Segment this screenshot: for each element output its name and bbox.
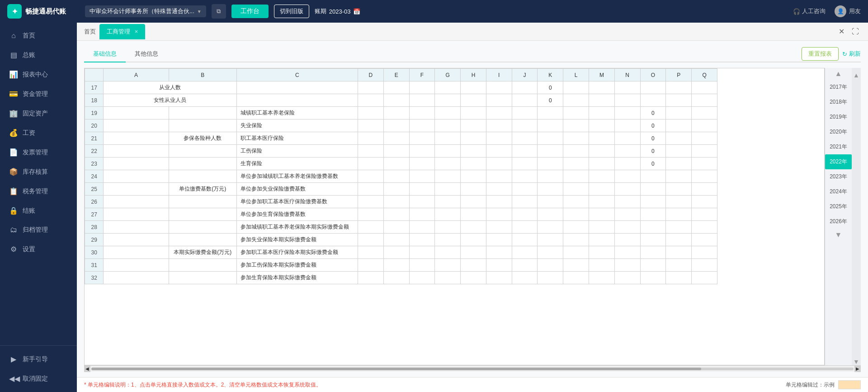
year-item-2023[interactable]: 2023年 (825, 169, 852, 184)
tab-home[interactable]: 首页 (84, 28, 96, 36)
support-button[interactable]: 🎧 人工咨询 (793, 7, 826, 15)
col-header-h[interactable]: H (461, 69, 486, 81)
cell-o19[interactable]: 0 (640, 107, 666, 120)
sidebar-item-report[interactable]: 📊 报表中心 (0, 65, 77, 84)
sidebar-item-archive[interactable]: 🗂 归档管理 (0, 220, 77, 239)
sidebar-item-salary[interactable]: 💰 工资 (0, 123, 77, 143)
year-item-2019[interactable]: 2019年 (825, 110, 852, 124)
cell-d19[interactable] (358, 107, 383, 120)
cell-n17[interactable] (614, 81, 640, 94)
col-header-l[interactable]: L (563, 69, 589, 81)
sidebar-item-close[interactable]: 🔒 结账 (0, 201, 77, 220)
tab-close-window-button[interactable]: ✕ (837, 26, 846, 37)
year-panel-up[interactable]: ▲ (825, 68, 852, 80)
cell-o22[interactable]: 0 (640, 145, 666, 158)
sidebar-item-settings[interactable]: ⚙ 设置 (0, 239, 77, 259)
cell-f19[interactable] (409, 107, 435, 120)
cell-m19[interactable] (589, 107, 615, 120)
cell-j17[interactable] (512, 81, 538, 94)
cell-d17[interactable] (358, 81, 383, 94)
cell-b25[interactable]: 单位缴费基数(万元) (169, 183, 236, 196)
sidebar-item-guide[interactable]: ▶ 新手引导 (0, 349, 77, 369)
cell-d18[interactable] (358, 94, 383, 107)
cell-c19[interactable]: 城镇职工基本养老保险 (236, 107, 358, 120)
copy-company-button[interactable]: ⧉ (212, 4, 226, 19)
cell-c22[interactable]: 工伤保险 (236, 145, 358, 158)
sidebar-item-ledger[interactable]: ▤ 总账 (0, 45, 77, 65)
collapse-arrow-down[interactable]: ▼ (853, 358, 859, 365)
cell-q18[interactable] (692, 94, 717, 107)
cell-k19[interactable] (538, 107, 563, 120)
spreadsheet-table-wrapper[interactable]: A B C D E F G H I J K L (84, 68, 825, 365)
sub-tab-basic[interactable]: 基础信息 (84, 46, 126, 62)
cell-h19[interactable] (461, 107, 486, 120)
old-version-button[interactable]: 切到旧版 (274, 5, 309, 18)
cell-l18[interactable] (563, 94, 589, 107)
cell-c20[interactable]: 失业保险 (236, 120, 358, 132)
hscroll-left-btn[interactable]: ◀ (84, 366, 90, 372)
cell-o18[interactable] (640, 94, 666, 107)
year-item-2021[interactable]: 2021年 (825, 139, 852, 154)
cell-b21[interactable]: 参保各险种人数 (169, 132, 236, 145)
year-item-2017[interactable]: 2017年 (825, 80, 852, 95)
cell-e18[interactable] (383, 94, 409, 107)
col-header-p[interactable]: P (666, 69, 692, 81)
col-header-n[interactable]: N (614, 69, 640, 81)
cell-f18[interactable] (409, 94, 435, 107)
cell-c21[interactable]: 职工基本医疗保险 (236, 132, 358, 145)
cell-h18[interactable] (461, 94, 486, 107)
cell-n18[interactable] (614, 94, 640, 107)
refresh-button[interactable]: ↻ 刷新 (842, 50, 861, 58)
cell-l19[interactable] (563, 107, 589, 120)
col-header-q[interactable]: Q (692, 69, 717, 81)
cell-c17[interactable] (236, 81, 358, 94)
cell-k18[interactable]: 0 (538, 94, 563, 107)
cell-c25[interactable]: 单位参加失业保险缴费基数 (236, 183, 358, 196)
year-item-2020[interactable]: 2020年 (825, 124, 852, 139)
col-header-g[interactable]: G (435, 69, 461, 81)
reset-report-button[interactable]: 重置报表 (802, 47, 839, 61)
cell-j18[interactable] (512, 94, 538, 107)
cell-c24[interactable]: 单位参加城镇职工基本养老保险缴费基数 (236, 170, 358, 183)
cell-m17[interactable] (589, 81, 615, 94)
sidebar-item-home[interactable]: ⌂ 首页 (0, 26, 77, 45)
sidebar-item-inventory[interactable]: 📦 库存核算 (0, 162, 77, 182)
cell-q17[interactable] (692, 81, 717, 94)
calendar-icon[interactable]: 📅 (353, 8, 360, 15)
sidebar-item-fund[interactable]: 💳 资金管理 (0, 84, 77, 104)
year-item-2026[interactable]: 2026年 (825, 214, 852, 229)
workbench-button[interactable]: 工作台 (231, 5, 269, 18)
sidebar-item-asset[interactable]: 🏢 固定资产 (0, 104, 77, 123)
cell-j19[interactable] (512, 107, 538, 120)
right-collapse-panel[interactable]: ▲ ▼ (852, 68, 861, 365)
col-header-a[interactable]: A (104, 69, 169, 81)
cell-h17[interactable] (461, 81, 486, 94)
cell-c23[interactable]: 生育保险 (236, 158, 358, 170)
col-header-j[interactable]: J (512, 69, 538, 81)
cell-l17[interactable] (563, 81, 589, 94)
cell-a18[interactable]: 女性从业人员 (104, 94, 236, 107)
col-header-b[interactable]: B (169, 69, 236, 81)
cell-o20[interactable]: 0 (640, 120, 666, 132)
tab-maximize-button[interactable]: ⛶ (850, 26, 861, 37)
cell-o21[interactable]: 0 (640, 132, 666, 145)
cell-c29[interactable]: 参加失业保险本期实际缴费金额 (236, 234, 358, 246)
hscroll-thumb[interactable] (91, 368, 701, 370)
cell-f17[interactable] (409, 81, 435, 94)
cell-p17[interactable] (666, 81, 692, 94)
cell-c18[interactable] (236, 94, 358, 107)
col-header-m[interactable]: M (589, 69, 615, 81)
col-header-d[interactable]: D (358, 69, 383, 81)
cell-a17[interactable]: 从业人数 (104, 81, 236, 94)
cell-o23[interactable]: 0 (640, 158, 666, 170)
tab-business[interactable]: 工商管理 × (99, 24, 145, 39)
sidebar-item-tax[interactable]: 📋 税务管理 (0, 182, 77, 201)
cell-i17[interactable] (486, 81, 512, 94)
user-area[interactable]: 👤 用友 (835, 5, 861, 17)
year-item-2018[interactable]: 2018年 (825, 95, 852, 110)
horizontal-scrollbar[interactable]: ◀ ▶ (84, 365, 861, 372)
cell-e19[interactable] (383, 107, 409, 120)
cell-c26[interactable]: 单位参加职工基本医疗保险缴费基数 (236, 196, 358, 208)
cell-b30[interactable]: 本期实际缴费金额(万元) (169, 246, 236, 259)
cell-n19[interactable] (614, 107, 640, 120)
